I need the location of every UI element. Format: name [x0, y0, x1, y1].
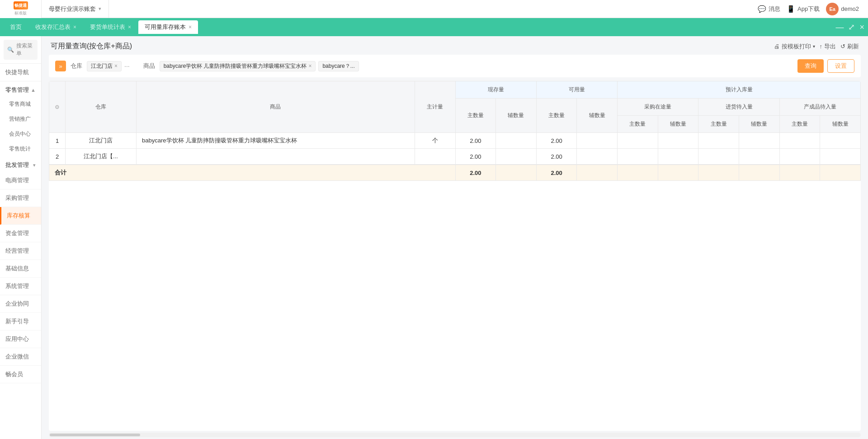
warehouse-more-icon[interactable]: ··· — [124, 62, 130, 70]
row2-purchase-in-main — [618, 149, 658, 165]
tab-expand-btn[interactable]: ⤢ — [848, 22, 855, 32]
tab-available-stock-close[interactable]: × — [189, 24, 192, 30]
sidebar-item-enterprise[interactable]: 企业协同 — [0, 295, 41, 313]
content-area: 可用量查询(按仓库+商品) 🖨 按模板打印 ▾ ↑ 导出 ↺ 刷新 — [42, 36, 868, 439]
th-available-aux: 辅数量 — [577, 99, 618, 133]
sidebar-item-purchase[interactable]: 采购管理 — [0, 189, 41, 207]
table-header-row-1: ⚙ 仓库 商品 主计量 现存量 — [49, 81, 861, 99]
sidebar-item-inventory[interactable]: 库存核算 — [0, 207, 41, 225]
message-icon: 💬 — [758, 5, 766, 13]
sidebar-section-retail: 零售管理 ▲ 零售商城 营销推广 会员中心 零售统计 — [0, 81, 41, 156]
sidebar-item-new-guide[interactable]: 新手引导 — [0, 313, 41, 330]
sidebar-retail-header[interactable]: 零售管理 ▲ — [0, 81, 41, 97]
setting-button[interactable]: 设置 — [827, 59, 854, 73]
row2-warehouse: 江北门店【... — [66, 149, 137, 165]
print-chevron-icon: ▾ — [813, 44, 815, 49]
sidebar-item-marketing[interactable]: 营销推广 — [0, 112, 41, 127]
tab-minimize-btn[interactable]: — — [835, 23, 844, 32]
row2-product-aux — [820, 149, 861, 165]
th-purchase-in-group: 采购在途量 — [618, 99, 698, 116]
tab-close-all-btn[interactable]: × — [859, 23, 864, 32]
quick-nav-item[interactable]: 快捷导航 — [0, 64, 41, 81]
user-area[interactable]: Ea demo2 — [826, 3, 859, 15]
row2-available-main: 2.00 — [536, 149, 577, 165]
sidebar-item-operations[interactable]: 经营管理 — [0, 242, 41, 260]
table-row: 2 江北门店【... 2.00 2.00 — [49, 149, 861, 165]
footer-incoming-aux — [739, 165, 780, 181]
tab-order-stats[interactable]: 要货单统计表 × — [84, 20, 137, 34]
app-download-button[interactable]: 📱 App下载 — [787, 5, 820, 13]
sidebar-item-ecommerce[interactable]: 电商管理 — [0, 172, 41, 189]
product-filter-label: 商品 — [143, 62, 155, 70]
th-current-main: 主数量 — [455, 99, 496, 133]
row1-no: 1 — [49, 133, 66, 149]
row1-product-main — [779, 133, 820, 149]
row2-product-main — [779, 149, 820, 165]
product-tag-2-value: babycare？... — [322, 62, 354, 70]
top-right: 💬 消息 📱 App下载 Ea demo2 — [758, 3, 868, 15]
logo-icon-text: 畅捷通 — [14, 3, 27, 9]
search-menu-button[interactable]: 🔍 搜索菜单 — [4, 40, 38, 60]
product-filter-tags: babycare学饮杯 儿童防摔防撞吸管杯重力球吸嘴杯宝宝水杯 × babyca… — [160, 61, 359, 71]
chevron-down-icon: ▾ — [33, 162, 36, 168]
query-button[interactable]: 查询 — [797, 59, 824, 73]
tab-available-stock[interactable]: 可用量库存账本 × — [138, 20, 198, 34]
sidebar-item-retail-stats[interactable]: 零售统计 — [0, 142, 41, 156]
table-footer-row: 合计 2.00 2.00 — [49, 165, 861, 181]
printer-icon: 🖨 — [774, 43, 780, 50]
sidebar-item-basic[interactable]: 基础信息 — [0, 260, 41, 278]
th-gear: ⚙ — [49, 81, 66, 133]
page-title: 可用量查询(按仓库+商品) — [51, 42, 132, 51]
th-warehouse: 仓库 — [66, 81, 137, 133]
logo-wrap: 畅捷通 标准版 — [0, 0, 42, 18]
sidebar-wholesale-header[interactable]: 批发管理 ▾ — [0, 156, 41, 172]
sidebar-item-members[interactable]: 会员中心 — [0, 127, 41, 142]
sidebar-item-vip[interactable]: 畅会员 — [0, 366, 41, 383]
row2-current-main: 2.00 — [455, 149, 496, 165]
horizontal-scrollbar[interactable] — [49, 433, 861, 437]
sidebar-item-app-center[interactable]: 应用中心 — [0, 330, 41, 348]
industry-selector[interactable]: 母婴行业演示账套 ▾ — [42, 0, 109, 18]
warehouse-tag-value: 江北门店 — [91, 62, 113, 70]
footer-label: 合计 — [49, 165, 456, 181]
scrollbar-thumb[interactable] — [50, 434, 140, 436]
th-incoming-wait-group: 进货待入量 — [698, 99, 779, 116]
logo-sub: 标准版 — [14, 10, 27, 16]
sidebar-item-finance[interactable]: 资金管理 — [0, 225, 41, 242]
refresh-button[interactable]: ↺ 刷新 — [840, 42, 859, 51]
footer-current-aux — [496, 165, 537, 181]
th-product-aux: 辅数量 — [820, 116, 861, 133]
row1-available-main: 2.00 — [536, 133, 577, 149]
row1-incoming-main — [698, 133, 739, 149]
footer-incoming-main — [698, 165, 739, 181]
warehouse-tag-remove[interactable]: × — [114, 63, 118, 69]
sidebar-item-system[interactable]: 系统管理 — [0, 278, 41, 295]
row2-unit — [415, 149, 455, 165]
column-settings-icon[interactable]: ⚙ — [55, 104, 60, 110]
table-row: 1 江北门店 babycare学饮杯 儿童防摔防撞吸管杯重力球吸嘴杯宝宝水杯 个… — [49, 133, 861, 149]
top-header: 畅捷通 标准版 母婴行业演示账套 ▾ 💬 消息 📱 App下载 Ea demo2 — [0, 0, 868, 18]
warehouse-filter-tags: 江北门店 × ··· — [87, 61, 130, 71]
print-template-button[interactable]: 🖨 按模板打印 ▾ — [774, 42, 815, 51]
tab-home[interactable]: 首页 — [4, 20, 28, 34]
row2-incoming-aux — [739, 149, 780, 165]
tab-receive-send-close[interactable]: × — [73, 24, 76, 30]
tab-bar: 首页 收发存汇总表 × 要货单统计表 × 可用量库存账本 × — ⤢ × — [0, 18, 868, 36]
th-current-stock-group: 现存量 — [455, 81, 536, 99]
tab-order-stats-close[interactable]: × — [128, 24, 131, 30]
chevron-down-icon: ▾ — [99, 6, 101, 12]
export-icon: ↑ — [820, 43, 823, 50]
message-button[interactable]: 💬 消息 — [758, 5, 780, 13]
row1-current-aux — [496, 133, 537, 149]
footer-current-main: 2.00 — [455, 165, 496, 181]
filter-expand-button[interactable]: » — [55, 61, 66, 71]
footer-available-aux — [577, 165, 618, 181]
product-tag-1-remove[interactable]: × — [308, 63, 311, 69]
export-button[interactable]: ↑ 导出 — [820, 42, 836, 51]
sidebar-item-wechat[interactable]: 企业微信 — [0, 348, 41, 366]
tab-receive-send[interactable]: 收发存汇总表 × — [29, 20, 83, 34]
username: demo2 — [841, 5, 859, 12]
product-tag-1: babycare学饮杯 儿童防摔防撞吸管杯重力球吸嘴杯宝宝水杯 × — [160, 61, 316, 71]
th-incoming-aux: 辅数量 — [739, 116, 780, 133]
sidebar-item-retail-store[interactable]: 零售商城 — [0, 97, 41, 112]
